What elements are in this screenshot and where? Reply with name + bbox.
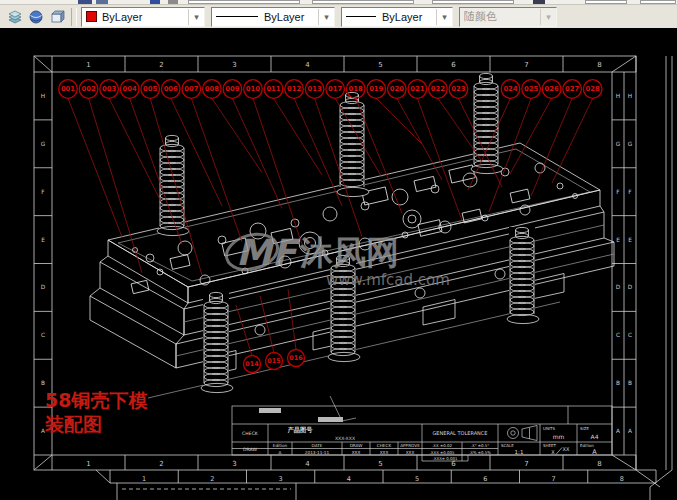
svg-text:020: 020: [390, 85, 404, 93]
layers-icon[interactable]: [6, 8, 23, 25]
header-draw: DRAW: [350, 443, 363, 448]
svg-text:027: 027: [565, 85, 579, 93]
svg-text:H: H: [628, 93, 632, 99]
svg-text:F: F: [41, 189, 44, 195]
drawing-title-line1: 58铜壳下模: [45, 389, 148, 411]
header-check: CHECK: [377, 443, 392, 448]
toolbar-fragment: [533, 0, 545, 4]
toolbar-fragment: [188, 0, 300, 4]
projection-symbol-icon: [508, 426, 538, 441]
chevron-down-icon: ▾: [540, 9, 556, 25]
svg-text:012: 012: [287, 85, 301, 93]
svg-text:A: A: [616, 428, 620, 434]
size-label: SIZE: [580, 426, 589, 431]
svg-text:014: 014: [245, 360, 259, 368]
svg-text:1: 1: [142, 475, 146, 483]
svg-text:021: 021: [410, 85, 424, 93]
toolbar-fragment: [585, 0, 627, 4]
svg-text:006: 006: [164, 85, 178, 93]
edition-value: A: [592, 448, 597, 456]
svg-text:G: G: [41, 141, 46, 147]
svg-text:F: F: [628, 189, 631, 195]
tolerance-value: .XXX ±0.005: [430, 450, 455, 455]
value-approve: XXX: [406, 450, 415, 455]
tolerance-value: .X° ±0.5°: [471, 443, 490, 448]
title-block: CHECK 产品图号 XXX-XXX DRAW Edition DATE DRA…: [232, 406, 612, 461]
svg-text:7: 7: [524, 61, 528, 69]
svg-text:E: E: [616, 237, 620, 243]
svg-text:2: 2: [159, 460, 163, 468]
toolbar-fragment: [168, 0, 178, 4]
part-number-label: 产品图号: [287, 426, 314, 434]
toolbar-fragment: [78, 0, 92, 4]
svg-text:5: 5: [378, 460, 382, 468]
svg-text:1: 1: [86, 61, 90, 69]
draw-label: DRAW: [243, 447, 257, 452]
toolbar-fragment: [640, 0, 676, 4]
svg-text:H: H: [41, 93, 45, 99]
watermark-logo: MF: [236, 232, 301, 273]
header-approve: APPROVE: [400, 443, 420, 448]
lineweight-glyph: [346, 16, 376, 17]
lineweight-combo[interactable]: ByLayer ▾: [341, 7, 453, 27]
svg-text:007: 007: [184, 85, 198, 93]
toolbar-separator: [71, 8, 77, 26]
svg-text:026: 026: [544, 85, 558, 93]
value-check: XXX: [380, 450, 389, 455]
svg-text:E: E: [628, 237, 632, 243]
svg-text:028: 028: [586, 85, 600, 93]
drawing-title-annotation: 58铜壳下模 装配图: [44, 389, 148, 435]
chevron-down-icon[interactable]: ▾: [318, 9, 334, 25]
drawing-canvas[interactable]: 1122334455667788HHHGGGFFFEEEDDDCCCBBBAAA…: [0, 28, 677, 500]
toolbar-fragment: [432, 0, 514, 4]
plotstyle-combo[interactable]: 随颜色 ▾: [459, 7, 557, 27]
check-label: CHECK: [242, 431, 259, 436]
svg-text:015: 015: [267, 357, 280, 365]
chevron-down-icon[interactable]: ▾: [188, 9, 204, 25]
svg-text:D: D: [616, 284, 621, 290]
value-draw: XXX: [352, 450, 361, 455]
svg-text:C: C: [616, 332, 620, 338]
svg-text:4: 4: [347, 475, 351, 483]
svg-text:3: 3: [279, 475, 283, 483]
clipped-toolbar-row: [0, 0, 677, 5]
cad-application-window: { "toolbar": { "color_combo_value": "ByL…: [0, 0, 677, 500]
svg-text:002: 002: [81, 85, 95, 93]
svg-text:025: 025: [524, 85, 538, 93]
color-combo[interactable]: ByLayer ▾: [81, 7, 205, 27]
linetype-combo[interactable]: ByLayer ▾: [211, 7, 335, 27]
svg-text:009: 009: [225, 85, 239, 93]
svg-text:013: 013: [307, 85, 321, 93]
chevron-down-icon[interactable]: ▾: [436, 9, 452, 25]
svg-text:3: 3: [232, 61, 236, 69]
svg-text:G: G: [628, 141, 633, 147]
value-edition: A: [279, 450, 282, 455]
linetype-glyph: [216, 16, 258, 17]
toolbar-fragment: [312, 0, 414, 4]
sheet-label: SHEET: [543, 443, 557, 448]
plotstyle-combo-value: 随颜色: [464, 9, 497, 24]
toolbar-fragment: [96, 0, 108, 4]
part-number-value: XXX-XXX: [335, 436, 355, 441]
svg-text:2: 2: [210, 475, 214, 483]
svg-text:1: 1: [86, 460, 90, 468]
sphere-view-icon[interactable]: [27, 8, 44, 25]
svg-text:010: 010: [246, 85, 260, 93]
svg-text:8: 8: [597, 61, 601, 69]
svg-text:A: A: [628, 428, 632, 434]
svg-text:H: H: [616, 93, 620, 99]
header-edition: Edition: [273, 443, 288, 448]
svg-text:5: 5: [415, 475, 419, 483]
tolerance-value: .X% ±0.5%: [469, 450, 491, 455]
value-date: 2013-11-11: [305, 450, 330, 455]
scale-value: 1:1: [515, 449, 524, 455]
svg-text:005: 005: [143, 85, 157, 93]
svg-text:D: D: [41, 284, 46, 290]
box-tool-icon[interactable]: [48, 8, 65, 25]
svg-text:B: B: [616, 380, 620, 386]
drawing-title-line2: 装配图: [44, 413, 102, 435]
svg-text:8: 8: [597, 460, 601, 468]
svg-text:C: C: [628, 332, 632, 338]
watermark: MF 沐风网 www.mfcad.com: [222, 229, 449, 289]
svg-text:C: C: [41, 332, 45, 338]
